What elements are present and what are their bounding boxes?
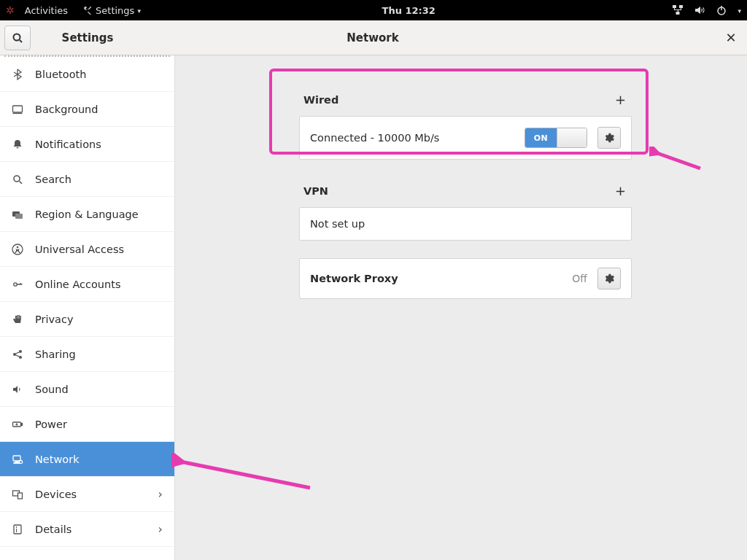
vpn-row[interactable]: Not set up [299, 207, 632, 241]
gear-icon [604, 133, 614, 143]
clock[interactable]: Thu 12:32 [145, 5, 673, 16]
wired-toggle[interactable]: ON [525, 128, 587, 148]
vpn-title: VPN [303, 185, 328, 197]
wired-settings-button[interactable] [597, 127, 621, 149]
svg-rect-23 [14, 462, 20, 463]
sidebar-item-label: Background [35, 104, 98, 115]
svg-rect-26 [18, 493, 23, 499]
close-button[interactable]: ✕ [715, 22, 747, 54]
wired-title: Wired [303, 94, 338, 106]
network-proxy-row: Network Proxy Off [299, 258, 632, 299]
gnome-top-bar: ✲ Activities Settings ▾ Thu 12:32 ▾ [0, 0, 747, 20]
system-status-area[interactable]: ▾ [672, 4, 741, 16]
volume-icon [12, 384, 23, 395]
sidebar-item-label: Devices [35, 489, 77, 500]
proxy-title: Network Proxy [310, 273, 398, 284]
distro-logo-icon: ✲ [6, 4, 15, 16]
volume-icon [694, 4, 705, 16]
plus-icon: + [615, 183, 626, 198]
sidebar-item-background[interactable]: Background [0, 92, 174, 127]
switch-on-label: ON [525, 128, 557, 147]
sidebar-item-power[interactable]: Power [0, 407, 174, 442]
sidebar-item-universal-access[interactable]: Universal Access [0, 232, 174, 267]
sidebar-item-label: Notifications [35, 139, 101, 150]
sidebar-item-details[interactable]: Details › [0, 512, 174, 547]
search-button[interactable] [4, 26, 31, 50]
proxy-status: Off [572, 273, 587, 284]
svg-rect-1 [679, 5, 683, 8]
svg-rect-28 [16, 526, 17, 528]
annotation-arrow-network [171, 453, 317, 497]
bluetooth-icon [12, 69, 23, 80]
chevron-right-icon: › [158, 522, 163, 536]
gear-icon [604, 273, 614, 284]
network-wired-icon [672, 4, 684, 16]
sidebar-item-label: Sound [35, 384, 69, 395]
background-icon [12, 104, 23, 115]
vpn-status: Not set up [310, 218, 365, 230]
battery-icon [12, 419, 23, 430]
svg-line-30 [655, 152, 700, 168]
svg-point-15 [14, 282, 17, 285]
sidebar-item-sharing[interactable]: Sharing [0, 337, 174, 372]
svg-point-24 [19, 460, 22, 463]
info-icon [12, 524, 23, 535]
svg-line-6 [20, 40, 22, 42]
sidebar-item-sound[interactable]: Sound [0, 372, 174, 407]
svg-rect-7 [13, 106, 23, 112]
proxy-settings-button[interactable] [597, 268, 621, 289]
chevron-down-icon: ▾ [738, 7, 741, 15]
sidebar-item-label: Region & Language [35, 209, 139, 220]
search-icon [12, 32, 23, 44]
page-title: Network [31, 31, 715, 44]
sidebar-item-network[interactable]: Network [0, 442, 174, 477]
sidebar-item-privacy[interactable]: Privacy [0, 302, 174, 337]
bell-icon [12, 139, 23, 150]
svg-point-14 [17, 246, 19, 248]
globe-icon [12, 209, 23, 220]
sidebar-item-label: Power [35, 419, 67, 430]
svg-point-5 [14, 34, 20, 40]
accessibility-icon [12, 244, 23, 255]
hand-icon [12, 314, 23, 325]
wired-connection-row: Connected - 10000 Mb/s ON [299, 116, 632, 160]
annotation-arrow-wired [649, 147, 708, 176]
sidebar-item-bluetooth[interactable]: Bluetooth [0, 57, 174, 92]
chevron-right-icon: › [158, 487, 163, 501]
sidebar-item-devices[interactable]: Devices › [0, 477, 174, 512]
svg-rect-0 [673, 5, 676, 8]
sidebar-item-notifications[interactable]: Notifications [0, 127, 174, 162]
add-wired-button[interactable]: + [611, 90, 630, 109]
svg-rect-2 [676, 12, 680, 15]
sidebar-item-region[interactable]: Region & Language [0, 197, 174, 232]
sidebar-title: Settings [62, 31, 114, 44]
settings-sidebar: Bluetooth Background Notifications Searc… [0, 55, 175, 560]
sidebar-item-label: Privacy [35, 314, 74, 325]
share-icon [12, 349, 23, 360]
svg-rect-21 [13, 456, 20, 461]
svg-line-10 [20, 181, 23, 184]
svg-point-9 [14, 176, 20, 182]
sidebar-item-label: Universal Access [35, 244, 124, 255]
sidebar-item-search[interactable]: Search [0, 162, 174, 197]
sidebar-item-label: Search [35, 174, 71, 185]
add-vpn-button[interactable]: + [611, 182, 630, 200]
window-headerbar: Settings Network ✕ [0, 20, 747, 55]
close-icon: ✕ [725, 30, 736, 45]
network-icon [12, 454, 23, 465]
switch-knob [557, 128, 587, 147]
sidebar-item-label: Online Accounts [35, 279, 120, 290]
sidebar-item-online-accounts[interactable]: Online Accounts [0, 267, 174, 302]
chevron-down-icon: ▾ [137, 7, 141, 15]
vpn-section-header: VPN + [299, 177, 632, 207]
app-menu-button[interactable]: Settings ▾ [78, 5, 145, 16]
sidebar-item-label: Bluetooth [35, 69, 86, 80]
wired-status: Connected - 10000 Mb/s [310, 132, 439, 144]
activities-button[interactable]: Activities [20, 5, 72, 16]
devices-icon [12, 489, 23, 500]
search-icon [12, 174, 23, 185]
svg-rect-27 [14, 525, 21, 534]
plus-icon: + [615, 92, 626, 107]
tools-icon [82, 5, 93, 15]
power-icon [716, 4, 727, 16]
